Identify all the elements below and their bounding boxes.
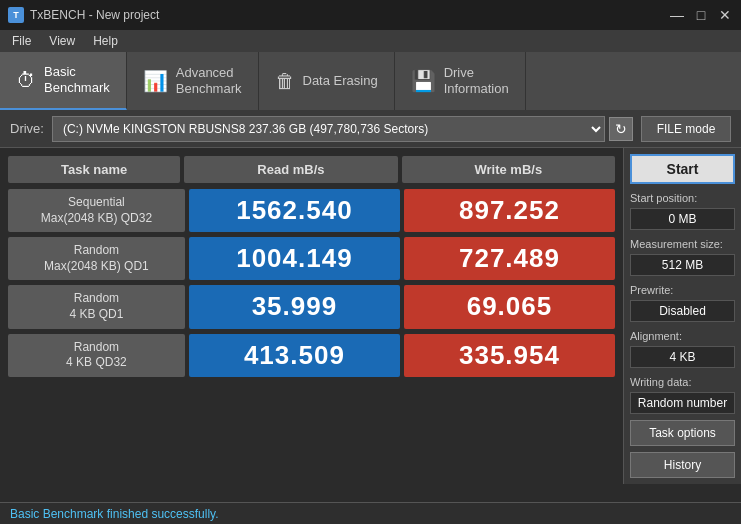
tab-erasing-label: Data Erasing — [303, 73, 378, 89]
header-task-name: Task name — [8, 156, 180, 183]
drive-info-icon: 💾 — [411, 69, 436, 93]
prewrite-label: Prewrite: — [630, 284, 735, 296]
table-header: Task name Read mB/s Write mB/s — [8, 156, 615, 183]
tab-erasing[interactable]: 🗑 Data Erasing — [259, 52, 395, 110]
content-row: Task name Read mB/s Write mB/s Sequentia… — [0, 148, 741, 484]
history-button[interactable]: History — [630, 452, 735, 478]
basic-benchmark-icon: ⏱ — [16, 69, 36, 92]
writing-data-label: Writing data: — [630, 376, 735, 388]
tab-basic-label: BasicBenchmark — [44, 64, 110, 95]
start-button[interactable]: Start — [630, 154, 735, 184]
app-icon: T — [8, 7, 24, 23]
row2-write: 727.489 — [404, 237, 615, 280]
row3-read: 35.999 — [189, 285, 400, 328]
tab-drive[interactable]: 💾 DriveInformation — [395, 52, 526, 110]
table-row: SequentialMax(2048 KB) QD32 1562.540 897… — [8, 189, 615, 232]
row1-read: 1562.540 — [189, 189, 400, 232]
header-read: Read mB/s — [184, 156, 397, 183]
menu-file[interactable]: File — [4, 32, 39, 50]
tab-advanced[interactable]: 📊 AdvancedBenchmark — [127, 52, 259, 110]
row2-read: 1004.149 — [189, 237, 400, 280]
drivebar: Drive: (C:) NVMe KINGSTON RBUSNS8 237.36… — [0, 110, 741, 148]
drive-select[interactable]: (C:) NVMe KINGSTON RBUSNS8 237.36 GB (49… — [52, 116, 605, 142]
window-title: TxBENCH - New project — [30, 8, 159, 22]
row4-name: Random4 KB QD32 — [8, 334, 185, 377]
row2-name: RandomMax(2048 KB) QD1 — [8, 237, 185, 280]
tab-basic[interactable]: ⏱ BasicBenchmark — [0, 52, 127, 110]
prewrite-value: Disabled — [630, 300, 735, 322]
minimize-button[interactable]: — — [669, 7, 685, 23]
alignment-value: 4 KB — [630, 346, 735, 368]
menu-view[interactable]: View — [41, 32, 83, 50]
table-row: Random4 KB QD32 413.509 335.954 — [8, 334, 615, 377]
advanced-benchmark-icon: 📊 — [143, 69, 168, 93]
right-panel: Start Start position: 0 MB Measurement s… — [623, 148, 741, 484]
menu-help[interactable]: Help — [85, 32, 126, 50]
drive-select-container: (C:) NVMe KINGSTON RBUSNS8 237.36 GB (49… — [52, 116, 633, 142]
header-write: Write mB/s — [402, 156, 615, 183]
measurement-size-value: 512 MB — [630, 254, 735, 276]
titlebar-controls: — □ ✕ — [669, 7, 733, 23]
alignment-label: Alignment: — [630, 330, 735, 342]
tab-drive-label: DriveInformation — [444, 65, 509, 96]
row4-read: 413.509 — [189, 334, 400, 377]
drive-refresh-button[interactable]: ↻ — [609, 117, 633, 141]
row3-write: 69.065 — [404, 285, 615, 328]
close-button[interactable]: ✕ — [717, 7, 733, 23]
main-area: Drive: (C:) NVMe KINGSTON RBUSNS8 237.36… — [0, 110, 741, 484]
benchmark-table: Task name Read mB/s Write mB/s Sequentia… — [0, 148, 623, 484]
measurement-size-label: Measurement size: — [630, 238, 735, 250]
tabbar: ⏱ BasicBenchmark 📊 AdvancedBenchmark 🗑 D… — [0, 52, 741, 110]
status-message: Basic Benchmark finished successfully. — [10, 507, 219, 521]
maximize-button[interactable]: □ — [693, 7, 709, 23]
row1-name: SequentialMax(2048 KB) QD32 — [8, 189, 185, 232]
data-erasing-icon: 🗑 — [275, 70, 295, 93]
titlebar: T TxBENCH - New project — □ ✕ — [0, 0, 741, 30]
start-position-value: 0 MB — [630, 208, 735, 230]
table-row: RandomMax(2048 KB) QD1 1004.149 727.489 — [8, 237, 615, 280]
menubar: File View Help — [0, 30, 741, 52]
drive-label: Drive: — [10, 121, 44, 136]
statusbar: Basic Benchmark finished successfully. — [0, 502, 741, 524]
row1-write: 897.252 — [404, 189, 615, 232]
row3-name: Random4 KB QD1 — [8, 285, 185, 328]
table-row: Random4 KB QD1 35.999 69.065 — [8, 285, 615, 328]
start-position-label: Start position: — [630, 192, 735, 204]
task-options-button[interactable]: Task options — [630, 420, 735, 446]
file-mode-button[interactable]: FILE mode — [641, 116, 731, 142]
row4-write: 335.954 — [404, 334, 615, 377]
writing-data-value: Random number — [630, 392, 735, 414]
tab-advanced-label: AdvancedBenchmark — [176, 65, 242, 96]
